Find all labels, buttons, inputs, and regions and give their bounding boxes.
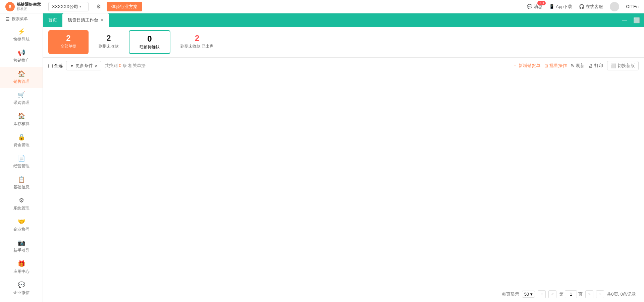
toolbar: 全选 ▼ 更多条件 ∨ 共找到 0 条 相关单据 [43, 58, 644, 74]
add-sales-order-btn[interactable]: ＋ 新增销货单 [513, 63, 540, 69]
tab-bar: 首页 钱货日清工作台 ✕ — ⬜ [43, 13, 644, 27]
select-all-checkbox[interactable]: 全选 [48, 63, 63, 69]
select-all-input[interactable] [48, 64, 53, 68]
stats-row: 2 全部单据 2 到期未收款 0 旺辅待确认 2 到期未收款 已出库 [43, 27, 644, 58]
found-text: 共找到 0 条 相关单据 [105, 63, 146, 69]
table-area [43, 74, 644, 286]
related-orders: 相关单据 [128, 63, 146, 68]
quick-nav-icon: ⚡ [18, 28, 25, 35]
sidebar-item-system-mgmt[interactable]: ⚙ 系统管理 [0, 193, 43, 215]
sidebar-label-basic-info: 基础信息 [13, 184, 30, 190]
stat-overdue-not-shipped-num: 2 [180, 34, 214, 43]
sidebar-label-app-center: 应用中心 [13, 269, 30, 275]
refresh-label: 刷新 [576, 63, 585, 69]
trial-button[interactable]: 体验行业方案 [107, 2, 142, 11]
top-header: 6 畅捷通好生意 标准版 XXXXXX公司 ▾ ⚙ 体验行业方案 💬 消息 99… [0, 0, 644, 13]
filter-icon: ▼ [70, 63, 74, 68]
pagination-bar: 每页显示 50 ▾ « < 第 页 > [43, 286, 644, 302]
batch-ops-label: 批量操作 [549, 63, 567, 69]
last-page-btn[interactable]: » [596, 290, 604, 298]
refresh-btn[interactable]: ↻ 刷新 [571, 63, 585, 69]
stat-overdue-uncollected[interactable]: 2 到期未收款 [89, 30, 129, 54]
sales-mgmt-icon: 🏠 [18, 70, 25, 77]
per-page-label: 每页显示 [502, 291, 519, 297]
next-page-btn[interactable]: > [585, 290, 593, 298]
sidebar-label-enterprise-collab: 企业协同 [13, 227, 30, 232]
company-dropdown-arrow: ▾ [79, 5, 81, 8]
prev-page-icon: < [551, 292, 554, 297]
stat-all-orders[interactable]: 2 全部单据 [48, 30, 89, 54]
sidebar-label-beginner-guide: 新手引导 [13, 248, 30, 253]
stat-overdue-not-shipped[interactable]: 2 到期未收款 已出库 [170, 30, 224, 54]
prev-page-btn[interactable]: < [548, 290, 556, 298]
enterprise-collab-icon: 🤝 [18, 218, 25, 225]
print-btn[interactable]: 🖨 打印 [589, 63, 603, 69]
tab-cashflow-workbench[interactable]: 钱货日清工作台 ✕ [62, 13, 109, 27]
per-page-value: 50 [524, 292, 529, 297]
sidebar-item-finance-mgmt[interactable]: 🔒 资金管理 [0, 130, 43, 151]
sidebar-item-beginner-guide[interactable]: 📷 新手引导 [0, 236, 43, 257]
toolbar-right: ＋ 新增销货单 ⊞ 批量操作 ↻ 刷新 🖨 打印 [513, 61, 639, 70]
sidebar-item-inventory[interactable]: 🏠 库存核算 [0, 109, 43, 130]
basic-info-icon: 📋 [18, 176, 25, 183]
avatar[interactable] [610, 2, 619, 11]
main-layout: ☰ 搜索菜单 ⚡ 快捷导航 📢 营销推广 🏠 销售管理 🛒 采购管理 🏠 库存核… [0, 13, 644, 302]
select-all-label: 全选 [54, 63, 63, 69]
more-conditions-btn[interactable]: ▼ 更多条件 ∨ [66, 61, 101, 70]
stat-overdue-not-shipped-label: 到期未收款 已出库 [180, 44, 214, 49]
sidebar-item-basic-info[interactable]: 📋 基础信息 [0, 172, 43, 193]
sidebar-item-operation-mgmt[interactable]: 📄 经营管理 [0, 151, 43, 172]
app-download-icon: 📱 [549, 4, 554, 9]
user-name: OfTEn [626, 4, 639, 9]
enterprise-wechat-icon: 💬 [18, 281, 25, 289]
page-number-input[interactable] [565, 290, 577, 298]
sidebar-item-marketing[interactable]: 📢 营销推广 [0, 46, 43, 67]
stat-all-orders-num: 2 [58, 34, 78, 43]
sidebar-item-member[interactable]: ▽ 畅会员 [0, 299, 43, 302]
online-service-label: 在线客服 [586, 4, 603, 10]
filter-chevron-icon: ∨ [94, 63, 98, 68]
page-content: 2 全部单据 2 到期未收款 0 旺辅待确认 2 到期未收款 已出库 [43, 27, 644, 302]
sidebar-label-search-menu: 搜索菜单 [12, 16, 28, 22]
sidebar-item-search-menu[interactable]: ☰ 搜索菜单 [0, 13, 43, 24]
logo-icon: 6 [5, 2, 15, 11]
batch-ops-btn[interactable]: ⊞ 批量操作 [544, 63, 567, 69]
next-page-icon: > [588, 292, 591, 297]
tab-cashflow-label: 钱货日清工作台 [68, 17, 98, 23]
stat-wangpu-pending[interactable]: 0 旺辅待确认 [129, 30, 170, 54]
per-page-select[interactable]: 50 ▾ [522, 291, 535, 298]
sidebar-item-enterprise-wechat[interactable]: 💬 企业微信 [0, 278, 43, 299]
more-conditions-label: 更多条件 [75, 63, 93, 69]
tab-minimize-btn[interactable]: — [620, 15, 629, 25]
found-count: 0 [119, 63, 121, 68]
messages-btn[interactable]: 💬 消息 99+ [527, 4, 542, 10]
sidebar-item-purchase-mgmt[interactable]: 🛒 采购管理 [0, 88, 43, 109]
tab-home[interactable]: 首页 [43, 13, 62, 27]
sidebar-item-quick-nav[interactable]: ⚡ 快捷导航 [0, 24, 43, 46]
sidebar-item-app-center[interactable]: 🎁 应用中心 [0, 257, 43, 278]
switch-new-label: 切换新版 [618, 63, 635, 69]
tab-home-label: 首页 [48, 17, 57, 23]
system-mgmt-icon: ⚙ [19, 197, 24, 204]
content-area: 首页 钱货日清工作台 ✕ — ⬜ 2 全部单据 2 到期未收款 [43, 13, 644, 302]
online-service-btn[interactable]: 🎧 在线客服 [579, 4, 603, 10]
batch-ops-icon: ⊞ [544, 63, 548, 68]
print-label: 打印 [594, 63, 603, 69]
sidebar-label-sales-mgmt: 销售管理 [13, 79, 30, 84]
settings-icon-btn[interactable]: ⚙ [94, 2, 103, 11]
sidebar-item-enterprise-collab[interactable]: 🤝 企业协同 [0, 215, 43, 236]
company-selector[interactable]: XXXXXX公司 ▾ [48, 2, 89, 11]
message-icon: 💬 [527, 4, 532, 9]
tab-maximize-btn[interactable]: ⬜ [632, 15, 641, 25]
marketing-icon: 📢 [18, 49, 25, 56]
app-center-icon: 🎁 [18, 260, 25, 267]
online-service-icon: 🎧 [579, 4, 584, 9]
sidebar-item-sales-mgmt[interactable]: 🏠 销售管理 [0, 67, 43, 88]
switch-new-btn[interactable]: ⬜ 切换新版 [607, 61, 639, 70]
inventory-icon: 🏠 [18, 112, 25, 120]
app-download-btn[interactable]: 📱 App下载 [549, 4, 572, 10]
page-suffix: 页 [578, 291, 583, 297]
first-page-btn[interactable]: « [538, 290, 546, 298]
tab-close-icon[interactable]: ✕ [100, 18, 104, 22]
beginner-guide-icon: 📷 [18, 239, 25, 246]
